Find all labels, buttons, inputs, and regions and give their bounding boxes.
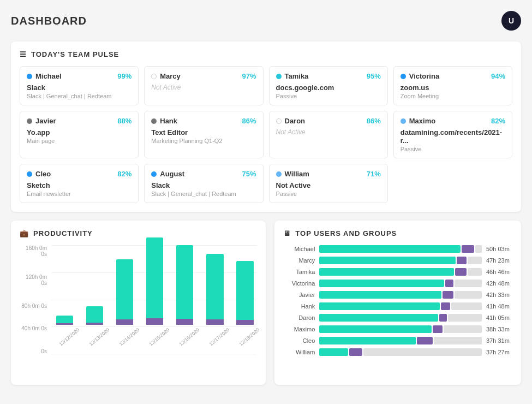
- user-bar: [319, 302, 482, 310]
- pulse-header: Hank 86%: [151, 117, 256, 125]
- user-bar: [319, 314, 482, 322]
- not-active-label: Not Active: [151, 84, 256, 91]
- pulse-pct: 97%: [242, 72, 256, 80]
- status-dot: [151, 118, 157, 124]
- status-dot: [401, 74, 406, 79]
- user-bar: [319, 291, 482, 299]
- gray-bar: [468, 257, 482, 264]
- bar-stack: [172, 237, 197, 325]
- x-axis-label: 12/17/2020: [208, 327, 231, 347]
- purple-bar: [441, 302, 451, 310]
- user-row: Victorina 42h 48m: [283, 280, 512, 287]
- bar-chart: 12/12/2020 12/13/2020 12/14/2020 12/15/2…: [20, 245, 257, 354]
- status-dot: [27, 171, 32, 177]
- pulse-sub: Email newsletter: [27, 191, 131, 197]
- pulse-header: Marcy 97%: [151, 72, 256, 80]
- user-bar: [319, 245, 482, 253]
- bar-teal: [236, 261, 254, 320]
- x-axis-label: 12/18/2020: [238, 327, 261, 347]
- pulse-app: Yo.app: [27, 128, 131, 136]
- user-bar: [319, 268, 482, 276]
- user-name-label: Tamika: [283, 269, 315, 275]
- purple-bar: [417, 337, 433, 344]
- user-time: 42h 48m: [486, 280, 512, 287]
- bar-group: 12/18/2020: [232, 237, 257, 332]
- user-bar: [319, 280, 482, 287]
- pulse-section-title: ☰ TODAY'S TEAM PULSE: [20, 50, 512, 58]
- pulse-sub: Passive: [401, 146, 505, 152]
- pulse-header: Cleo 82%: [27, 170, 131, 178]
- bar-group: 12/17/2020: [202, 237, 227, 332]
- user-row: Javier 42h 33m: [283, 291, 512, 299]
- teal-bar: [319, 245, 460, 253]
- bar-group: 12/12/2020: [52, 237, 77, 332]
- pulse-pct: 71%: [367, 170, 381, 178]
- gray-bar: [451, 302, 482, 310]
- user-row: Cleo 37h 31m: [283, 337, 512, 344]
- status-dot: [151, 74, 157, 79]
- bar-stack: [82, 237, 107, 325]
- bar-teal: [56, 316, 74, 323]
- user-time: 37h 27m: [486, 349, 512, 355]
- user-row: Michael 50h 03m: [283, 245, 512, 253]
- pulse-header: Daron 86%: [276, 117, 381, 125]
- pulse-item: Victorina 94% zoom.us Zoom Meeting: [393, 66, 512, 105]
- purple-bar: [439, 314, 447, 322]
- purple-bar: [443, 291, 454, 299]
- pulse-app: Sketch: [27, 181, 131, 189]
- bar-stack: [142, 237, 167, 325]
- bar-group: 12/14/2020: [112, 237, 137, 332]
- user-name-label: Maximo: [283, 326, 315, 332]
- gray-bar: [448, 314, 482, 322]
- gray-bar: [444, 325, 482, 333]
- pulse-pct: 82%: [117, 170, 131, 178]
- teal-bar: [319, 325, 432, 333]
- page-header: DASHBOARD U: [11, 11, 521, 31]
- team-pulse-card: ☰ TODAY'S TEAM PULSE Michael 99% Slack S…: [11, 41, 521, 212]
- teal-bar: [319, 348, 348, 356]
- user-name-label: William: [283, 349, 315, 355]
- user-time: 46h 46m: [486, 269, 512, 275]
- pulse-app: Slack: [151, 181, 256, 189]
- pulse-sub: Passive: [276, 191, 381, 197]
- pulse-pct: 82%: [491, 117, 505, 125]
- x-axis-label: 12/15/2020: [148, 327, 171, 347]
- pulse-sub: Zoom Meeting: [401, 93, 505, 99]
- pulse-header: August 75%: [151, 170, 256, 178]
- user-bar: [319, 325, 482, 333]
- user-name-label: Victorina: [283, 280, 315, 287]
- user-name: Tamika: [285, 72, 309, 80]
- productivity-card: 💼 PRODUCTIVITY 160h 0m 0s120h 0m 0s80h 0…: [11, 221, 266, 385]
- gray-bar: [455, 291, 482, 299]
- bar-purple: [236, 320, 254, 325]
- pulse-app: Text Editor: [151, 128, 256, 136]
- pulse-header: Tamika 95%: [276, 72, 381, 80]
- teal-bar: [319, 257, 456, 264]
- pulse-pct: 95%: [367, 72, 381, 80]
- user-time: 38h 33m: [486, 326, 512, 332]
- user-name-label: Javier: [283, 292, 315, 298]
- user-name: Cleo: [35, 170, 51, 178]
- bar-teal: [176, 245, 194, 319]
- pulse-pct: 88%: [117, 117, 131, 125]
- user-bar: [319, 348, 482, 356]
- pulse-header: Javier 88%: [27, 117, 131, 125]
- bar-teal: [86, 306, 104, 323]
- avatar[interactable]: U: [501, 11, 521, 31]
- top-users-card: 🖥 TOP USERS AND GROUPS Michael 50h 03m M…: [274, 221, 521, 385]
- user-name: Victorina: [409, 72, 439, 80]
- productivity-chart: 160h 0m 0s120h 0m 0s80h 0m 0s40h 0m 0s0s…: [20, 245, 257, 376]
- gray-bar: [468, 268, 482, 276]
- pulse-app: zoom.us: [401, 84, 505, 92]
- pulse-name: Javier: [27, 117, 56, 125]
- pulse-grid: Michael 99% Slack Slack | General_chat |…: [20, 66, 512, 203]
- bar-stack: [52, 237, 77, 325]
- gray-bar: [434, 337, 482, 344]
- pulse-sub: Slack | General_chat | Redteam: [27, 93, 131, 99]
- pulse-name: Marcy: [151, 72, 181, 80]
- x-axis-label: 12/13/2020: [88, 327, 111, 347]
- x-axis-label: 12/12/2020: [58, 327, 81, 347]
- user-name-label: Daron: [283, 314, 315, 321]
- pulse-item: Javier 88% Yo.app Main page: [20, 111, 139, 158]
- purple-bar: [445, 280, 453, 287]
